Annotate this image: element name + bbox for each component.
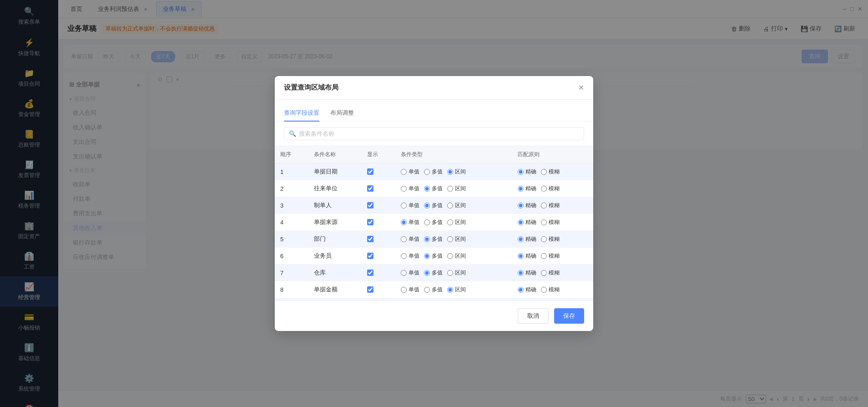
radio-range-input[interactable]	[447, 186, 453, 192]
display-checkbox[interactable]	[367, 168, 373, 175]
radio-multi-input[interactable]	[424, 203, 430, 209]
tab-field-settings[interactable]: 查询字段设置	[284, 105, 319, 122]
radio-match-fuzzy-input[interactable]	[541, 219, 547, 225]
radio-single-input[interactable]	[401, 253, 407, 259]
tab-layout-adjust[interactable]: 布局调整	[330, 105, 354, 122]
radio-match-fuzzy-input[interactable]	[541, 186, 547, 192]
radio-range[interactable]: 区间	[447, 168, 466, 176]
radio-multi[interactable]: 多值	[424, 269, 443, 277]
radio-match-exact-input[interactable]	[518, 236, 524, 242]
radio-single-input[interactable]	[401, 287, 407, 293]
condition-search-input[interactable]	[299, 130, 579, 137]
radio-match-exact-input[interactable]	[518, 169, 524, 175]
radio-multi[interactable]: 多值	[424, 168, 443, 176]
radio-single-input[interactable]	[401, 270, 407, 276]
display-checkbox[interactable]	[367, 270, 373, 276]
radio-match-exact-input[interactable]	[518, 219, 524, 225]
radio-match-exact-input[interactable]	[518, 270, 524, 276]
radio-multi[interactable]: 多值	[424, 252, 443, 260]
radio-range-input[interactable]	[447, 169, 453, 175]
radio-multi[interactable]: 多值	[424, 235, 443, 243]
radio-single[interactable]: 单值	[401, 202, 419, 209]
radio-range-input[interactable]	[447, 236, 453, 242]
radio-match-exact-input[interactable]	[518, 287, 524, 293]
radio-range[interactable]: 区间	[447, 286, 466, 294]
radio-match-fuzzy-input[interactable]	[541, 203, 547, 209]
radio-single[interactable]: 单值	[401, 185, 419, 193]
modal-search-input-wrapper[interactable]: 🔍	[284, 127, 584, 140]
radio-match-exact[interactable]: 精确	[518, 185, 536, 193]
radio-match-exact[interactable]: 精确	[518, 235, 536, 243]
radio-match-fuzzy[interactable]: 模糊	[541, 252, 560, 260]
radio-match-exact-input[interactable]	[518, 186, 524, 192]
modal-overlay: 设置查询区域布局 ✕ 查询字段设置 布局调整 🔍	[58, 0, 868, 407]
table-row: 4单据来源单值多值区间精确模糊	[275, 214, 593, 231]
radio-match-fuzzy[interactable]: 模糊	[541, 202, 560, 209]
display-checkbox[interactable]	[367, 286, 373, 293]
cell-order: 3	[275, 197, 308, 214]
display-checkbox[interactable]	[367, 236, 373, 242]
radio-match-fuzzy[interactable]: 模糊	[541, 235, 560, 243]
display-checkbox[interactable]	[367, 202, 373, 209]
radio-single[interactable]: 单值	[401, 286, 419, 294]
radio-match-exact[interactable]: 精确	[518, 286, 536, 294]
display-checkbox[interactable]	[367, 219, 373, 225]
modal-save-button[interactable]: 保存	[554, 308, 584, 324]
radio-match-exact[interactable]: 精确	[518, 252, 536, 260]
radio-range-input[interactable]	[447, 219, 453, 225]
radio-range-input[interactable]	[447, 203, 453, 209]
radio-range[interactable]: 区间	[447, 219, 466, 226]
radio-multi-input[interactable]	[424, 219, 430, 225]
radio-match-fuzzy-input[interactable]	[541, 169, 547, 175]
radio-multi[interactable]: 多值	[424, 219, 443, 226]
radio-match-exact-input[interactable]	[518, 253, 524, 259]
radio-multi-input[interactable]	[424, 287, 430, 293]
radio-multi-input[interactable]	[424, 270, 430, 276]
display-checkbox[interactable]	[367, 185, 373, 192]
radio-match-fuzzy[interactable]: 模糊	[541, 185, 560, 193]
radio-single-input[interactable]	[401, 219, 407, 225]
cell-display	[362, 197, 395, 214]
radio-match-fuzzy[interactable]: 模糊	[541, 286, 560, 294]
radio-match-exact[interactable]: 精确	[518, 219, 536, 226]
table-header-row: 顺序 条件名称 显示 条件类型 匹配原则	[275, 146, 593, 163]
radio-match-fuzzy[interactable]: 模糊	[541, 168, 560, 176]
cancel-button[interactable]: 取消	[518, 308, 549, 324]
radio-range[interactable]: 区间	[447, 202, 466, 209]
radio-single[interactable]: 单值	[401, 219, 419, 226]
radio-single-input[interactable]	[401, 169, 407, 175]
radio-match-exact[interactable]: 精确	[518, 269, 536, 277]
radio-single[interactable]: 单值	[401, 269, 419, 277]
radio-match-fuzzy-input[interactable]	[541, 270, 547, 276]
modal-close-button[interactable]: ✕	[578, 83, 584, 92]
radio-range[interactable]: 区间	[447, 185, 466, 193]
radio-single-input[interactable]	[401, 203, 407, 209]
radio-multi-input[interactable]	[424, 186, 430, 192]
display-checkbox[interactable]	[367, 253, 373, 259]
radio-range[interactable]: 区间	[447, 269, 466, 277]
radio-match-fuzzy-input[interactable]	[541, 287, 547, 293]
radio-match-exact[interactable]: 精确	[518, 202, 536, 209]
radio-multi[interactable]: 多值	[424, 202, 443, 209]
radio-multi-input[interactable]	[424, 169, 430, 175]
radio-single[interactable]: 单值	[401, 168, 419, 176]
radio-range[interactable]: 区间	[447, 252, 466, 260]
radio-match-exact[interactable]: 精确	[518, 168, 536, 176]
radio-range-input[interactable]	[447, 270, 453, 276]
radio-single-input[interactable]	[401, 236, 407, 242]
radio-match-exact-input[interactable]	[518, 203, 524, 209]
radio-range-input[interactable]	[447, 287, 453, 293]
radio-multi-input[interactable]	[424, 236, 430, 242]
radio-single-input[interactable]	[401, 186, 407, 192]
radio-match-fuzzy-input[interactable]	[541, 236, 547, 242]
radio-match-fuzzy-input[interactable]	[541, 253, 547, 259]
radio-match-fuzzy[interactable]: 模糊	[541, 219, 560, 226]
radio-match-fuzzy[interactable]: 模糊	[541, 269, 560, 277]
radio-single[interactable]: 单值	[401, 252, 419, 260]
radio-range[interactable]: 区间	[447, 235, 466, 243]
radio-multi-input[interactable]	[424, 253, 430, 259]
radio-multi[interactable]: 多值	[424, 286, 443, 294]
radio-multi[interactable]: 多值	[424, 185, 443, 193]
radio-range-input[interactable]	[447, 253, 453, 259]
radio-single[interactable]: 单值	[401, 235, 419, 243]
